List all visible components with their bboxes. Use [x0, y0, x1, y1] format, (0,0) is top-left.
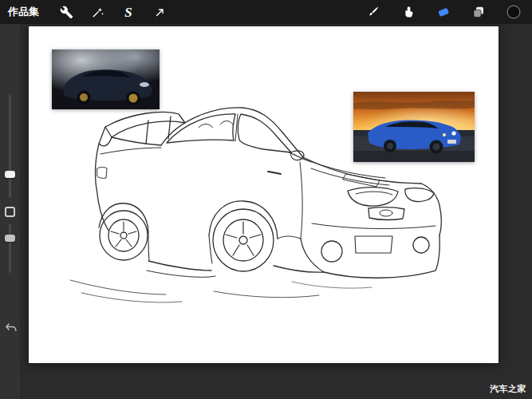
wrench-icon [60, 6, 73, 19]
brush-icon [366, 5, 380, 19]
topbar-left-tools: 作品集 S [8, 2, 170, 22]
reference-photo-dark-impreza [52, 49, 160, 109]
drawing-canvas[interactable] [29, 26, 499, 363]
topbar-right-tools [363, 2, 524, 22]
opacity-slider[interactable] [9, 223, 11, 273]
color-button[interactable] [503, 2, 524, 22]
reference-photo-blue-impreza [353, 92, 475, 162]
sidebar [0, 24, 20, 399]
paint-tool-button[interactable] [363, 2, 384, 22]
smudge-icon [401, 5, 416, 19]
color-circle-icon [506, 4, 522, 20]
magic-wand-icon [91, 6, 104, 19]
layers-icon [471, 5, 486, 19]
transform-button[interactable] [149, 2, 170, 22]
brush-size-handle[interactable] [5, 171, 15, 178]
brush-size-slider[interactable] [9, 94, 11, 198]
opacity-handle[interactable] [5, 235, 15, 242]
adjustments-button[interactable] [87, 2, 108, 22]
actions-button[interactable] [56, 2, 77, 22]
transform-arrow-icon [153, 6, 167, 19]
undo-arrow-icon [3, 321, 18, 336]
selection-button[interactable]: S [118, 2, 139, 22]
modify-button[interactable] [5, 207, 15, 217]
eraser-icon [435, 5, 451, 19]
watermark: 汽车之家 [490, 383, 526, 395]
smudge-tool-button[interactable] [398, 2, 419, 22]
selection-s-icon: S [124, 6, 132, 19]
gallery-button[interactable]: 作品集 [8, 5, 39, 19]
procreate-app: 作品集 S [0, 0, 532, 399]
erase-tool-button[interactable] [433, 2, 454, 22]
undo-button[interactable] [2, 321, 18, 337]
topbar: 作品集 S [0, 0, 532, 24]
layers-button[interactable] [468, 2, 489, 22]
